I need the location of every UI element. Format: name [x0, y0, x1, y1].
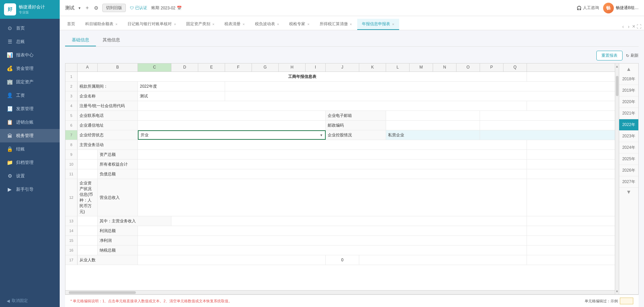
year-item[interactable]: 2024年: [619, 142, 638, 154]
tab-close-3[interactable]: ×: [212, 22, 214, 26]
sidebar-item-home[interactable]: ⊙首页: [0, 21, 60, 35]
calendar-icon[interactable]: 📅: [177, 6, 182, 10]
year-item[interactable]: 2018年: [619, 74, 638, 85]
tab-next-btn[interactable]: ›: [627, 23, 631, 30]
sub-tab-0[interactable]: 基础信息: [65, 34, 96, 46]
ss-cell[interactable]: 开业注销吊销迁出撤销▼: [138, 130, 326, 140]
year-item[interactable]: 2026年: [619, 165, 638, 176]
year-item[interactable]: 2021年: [619, 108, 638, 119]
ss-cell: 企业控股情况: [326, 130, 386, 140]
tab-5[interactable]: 税负波动表×: [250, 19, 284, 30]
tab-close-all-btn[interactable]: ×: [632, 24, 635, 30]
reset-btn[interactable]: 重置报表: [596, 51, 623, 60]
tab-close-6[interactable]: ×: [307, 22, 309, 26]
tab-3[interactable]: 固定资产类别×: [181, 19, 219, 30]
sub-tab-1[interactable]: 其他信息: [96, 34, 127, 46]
sidebar-item-settings[interactable]: ⚙设置: [0, 169, 60, 183]
sidebar-item-tax[interactable]: 🏛税务管理: [0, 129, 60, 142]
topbar-title: 测试: [65, 5, 74, 11]
ss-cell: [77, 236, 98, 245]
tab-close-2[interactable]: ×: [174, 22, 176, 26]
topbar-dropdown-icon[interactable]: ▾: [78, 6, 80, 10]
sidebar-label-archive: 归档管理: [16, 160, 34, 166]
ss-cell: [138, 101, 527, 111]
row-number: 6: [65, 121, 77, 130]
ss-cell: 2022年度: [138, 82, 225, 91]
ss-cell: [77, 246, 98, 255]
service-btn[interactable]: 🎧 人工咨询: [577, 5, 599, 11]
ss-cell: 私营企业: [386, 130, 480, 140]
spreadsheet-body[interactable]: 1工商年报信息表2税款所属期间：2022年度3企业名称测试4注册号/统一社会信用…: [65, 72, 615, 290]
year-item[interactable]: 2020年: [619, 96, 638, 108]
tab-6[interactable]: 税检专家×: [284, 19, 314, 30]
ss-cell: 税款所属期间：: [77, 82, 138, 91]
tab-prev-btn[interactable]: ‹: [621, 23, 625, 30]
col-header-I: I: [306, 63, 326, 72]
sidebar-item-purchase[interactable]: 📋进销台账: [0, 116, 60, 129]
archive-icon: 📁: [7, 160, 13, 166]
tab-close-5[interactable]: ×: [277, 22, 279, 26]
business-status-select[interactable]: 开业注销吊销迁出撤销: [141, 133, 318, 137]
year-scroll-up-btn[interactable]: ▲: [625, 65, 633, 74]
row-number: 4: [65, 101, 77, 111]
ss-cell: [77, 226, 98, 235]
sidebar-item-closing[interactable]: 🔒结账: [0, 142, 60, 156]
tab-label-7: 所得税汇算清缴: [320, 21, 348, 27]
tab-label-4: 税表清册: [224, 21, 240, 27]
year-item[interactable]: 2025年: [619, 154, 638, 165]
sidebar-item-funds[interactable]: 💰资金管理: [0, 62, 60, 75]
content-area: 基础信息其他信息 重置报表 ↻ 刷新 ABCDEFGHIJKLMNOPQ 1工商…: [60, 30, 644, 307]
tab-expand-btn[interactable]: ⛶: [637, 24, 641, 29]
sidebar-label-closing: 结账: [16, 146, 25, 152]
ss-cell: [138, 150, 527, 159]
horizontal-scrollbar[interactable]: [65, 290, 615, 294]
sidebar-label-funds: 资金管理: [16, 65, 34, 72]
tab-0[interactable]: 首页: [62, 19, 80, 30]
ss-cell: 利润总额: [98, 226, 138, 235]
edit-note: * 单元格编辑说明：1、点击单元格直接录入数值或文本。2、清空单元格数值或文本恢…: [70, 299, 232, 304]
tab-close-4[interactable]: ×: [243, 22, 245, 26]
table-row: 14利润总额: [65, 226, 615, 236]
hscroll-thumb: [69, 291, 136, 294]
col-header-rownum: [65, 63, 77, 72]
collapse-icon: ◀: [7, 299, 10, 303]
vertical-scrollbar[interactable]: ▲ ▼: [615, 63, 619, 294]
tab-7[interactable]: 所得税汇算清缴×: [315, 19, 357, 30]
user-menu[interactable]: 畅 畅捷通B组…: [603, 3, 639, 13]
tab-4[interactable]: 税表清册×: [220, 19, 249, 30]
closing-icon: 🔒: [7, 146, 13, 152]
sidebar-item-assets[interactable]: 🏢固定资产: [0, 75, 60, 89]
sidebar-item-archive[interactable]: 📁归档管理: [0, 156, 60, 169]
tab-close-7[interactable]: ×: [350, 22, 352, 26]
tab-1[interactable]: 科目辅助余额表×: [80, 19, 122, 30]
year-item[interactable]: 2023年: [619, 131, 638, 142]
sidebar-item-payroll[interactable]: 👤工资: [0, 89, 60, 102]
refresh-btn[interactable]: ↻ 刷新: [626, 53, 639, 58]
tab-8[interactable]: 年报信息申报表×: [357, 19, 399, 30]
funds-icon: 💰: [7, 65, 13, 72]
ss-cell: 企业名称: [77, 91, 138, 101]
year-scroll-down-btn[interactable]: ▼: [625, 188, 633, 196]
sidebar-item-ledger[interactable]: ☰总账: [0, 35, 60, 48]
tabbar: 首页科目辅助余额表×日记账与银行对账单核对×固定资产类别×税表清册×税负波动表×…: [60, 16, 644, 30]
old-version-btn[interactable]: 切到旧版: [102, 4, 126, 12]
ss-cell: [386, 121, 480, 130]
tax-icon: 🏛: [7, 133, 13, 139]
topbar-add-btn[interactable]: ＋: [85, 4, 90, 11]
year-item[interactable]: 2027年: [619, 176, 638, 188]
col-header-D: D: [171, 63, 198, 72]
table-row: 9资产总额: [65, 150, 615, 160]
tab-2[interactable]: 日记账与银行对账单核对×: [123, 19, 180, 30]
sidebar-item-reports[interactable]: 📊报表中心: [0, 48, 60, 62]
ss-cell: [138, 236, 527, 245]
ss-cell: [359, 255, 527, 265]
sidebar-item-guide[interactable]: ▶新手引导: [0, 183, 60, 196]
collapse-btn[interactable]: ◀ 取消固定: [0, 295, 60, 307]
tab-close-1[interactable]: ×: [115, 22, 117, 26]
tab-close-8[interactable]: ×: [392, 22, 394, 26]
year-item[interactable]: 2019年: [619, 85, 638, 96]
year-item[interactable]: 2022年: [619, 119, 638, 131]
topbar-settings-icon[interactable]: ⚙: [94, 5, 98, 11]
ss-cell: 营业总收入: [98, 179, 138, 216]
sidebar-item-invoice[interactable]: 🧾发票管理: [0, 102, 60, 116]
